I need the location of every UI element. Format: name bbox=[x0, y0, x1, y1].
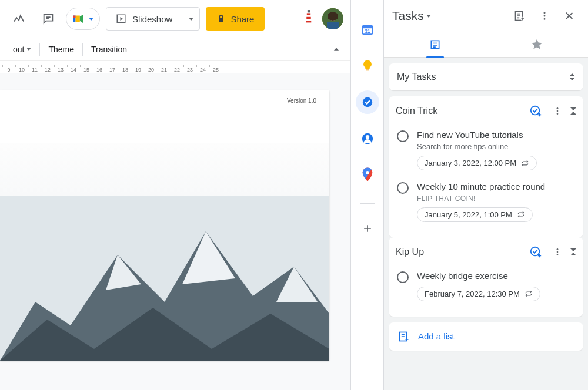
svg-rect-11 bbox=[308, 10, 310, 12]
tasks-panel: Tasks My Tasks Coin Trick Find new YouTu… bbox=[383, 0, 588, 390]
svg-point-33 bbox=[544, 18, 546, 20]
slideshow-button[interactable]: Slideshow bbox=[106, 8, 182, 30]
close-panel-icon[interactable] bbox=[559, 5, 580, 26]
mountain-image bbox=[0, 196, 329, 361]
calendar-rail-button[interactable]: 31 bbox=[356, 18, 379, 41]
repeat-icon bbox=[521, 159, 529, 167]
chevron-down-icon bbox=[426, 15, 431, 18]
collapse-list-icon[interactable] bbox=[570, 107, 576, 115]
contacts-rail-button[interactable] bbox=[356, 127, 379, 150]
list-more-icon[interactable] bbox=[549, 103, 566, 119]
comments-icon[interactable] bbox=[36, 7, 60, 31]
transition-menu[interactable]: Transition bbox=[85, 41, 133, 58]
task-checkbox[interactable] bbox=[397, 130, 409, 142]
svg-point-31 bbox=[544, 12, 546, 14]
add-addon-button[interactable] bbox=[356, 217, 379, 240]
tasks-title-dropdown[interactable]: Tasks bbox=[392, 9, 431, 23]
task-title: Weekly 10 minute practice round bbox=[417, 181, 575, 193]
svg-point-32 bbox=[544, 15, 546, 17]
svg-point-41 bbox=[557, 251, 559, 253]
theme-menu[interactable]: Theme bbox=[42, 41, 80, 58]
svg-marker-2 bbox=[80, 15, 83, 23]
slideshow-button-group: Slideshow bbox=[106, 7, 200, 31]
task-date-chip[interactable]: January 5, 2022, 1:00 PM bbox=[417, 207, 533, 222]
task-row[interactable]: Weekly bridge exerciseFebruary 7, 2022, … bbox=[396, 267, 576, 308]
task-checkbox[interactable] bbox=[397, 182, 409, 194]
meet-icon bbox=[72, 12, 85, 25]
my-tasks-label: My Tasks bbox=[397, 72, 436, 82]
svg-rect-22 bbox=[362, 26, 372, 29]
svg-rect-3 bbox=[74, 16, 76, 18]
lock-icon bbox=[216, 14, 226, 23]
task-checkbox[interactable] bbox=[397, 271, 409, 283]
format-menubar: out Theme Transition bbox=[0, 38, 350, 61]
svg-marker-5 bbox=[121, 17, 123, 21]
svg-point-39 bbox=[531, 247, 540, 255]
lighthouse-icon[interactable] bbox=[301, 9, 316, 28]
svg-rect-1 bbox=[76, 16, 80, 22]
my-tasks-card[interactable]: My Tasks bbox=[389, 63, 583, 90]
collapse-list-icon[interactable] bbox=[570, 248, 576, 255]
svg-point-42 bbox=[557, 254, 559, 255]
starred-view-tab[interactable] bbox=[486, 32, 589, 57]
add-task-icon[interactable] bbox=[527, 102, 544, 120]
svg-rect-6 bbox=[219, 18, 223, 22]
task-row[interactable]: Find new YouTube tutorialsSearch for mor… bbox=[396, 126, 576, 177]
add-task-icon[interactable] bbox=[527, 243, 544, 261]
task-title: Weekly bridge exercise bbox=[417, 270, 575, 282]
task-note: FLIP THAT COIN! bbox=[417, 194, 575, 203]
task-row[interactable]: Weekly 10 minute practice roundFLIP THAT… bbox=[396, 177, 576, 228]
svg-point-38 bbox=[557, 113, 559, 115]
present-icon bbox=[116, 14, 126, 24]
version-text: Version 1.0 bbox=[287, 98, 316, 104]
collapse-toolbar[interactable] bbox=[330, 43, 342, 55]
slides-app: Slideshow Share out Theme Transition 910… bbox=[0, 0, 350, 390]
repeat-icon bbox=[517, 210, 525, 218]
svg-rect-9 bbox=[306, 17, 310, 19]
keep-rail-button[interactable] bbox=[356, 54, 379, 78]
list-more-icon[interactable] bbox=[549, 244, 566, 260]
task-list-card: Coin Trick Find new YouTube tutorialsSea… bbox=[389, 96, 583, 237]
list-view-icon bbox=[429, 39, 441, 51]
panel-more-icon[interactable] bbox=[534, 5, 555, 26]
svg-point-35 bbox=[531, 106, 540, 115]
task-date-chip[interactable]: January 3, 2022, 12:00 PM bbox=[417, 156, 537, 170]
ruler: 910111213141516171819202122232425 bbox=[0, 61, 350, 73]
svg-text:31: 31 bbox=[365, 29, 370, 34]
svg-rect-24 bbox=[366, 69, 369, 70]
slide[interactable]: Version 1.0 bbox=[0, 90, 329, 361]
task-title: Find new YouTube tutorials bbox=[417, 129, 575, 141]
list-view-tab[interactable] bbox=[384, 32, 486, 57]
svg-point-40 bbox=[557, 248, 559, 250]
layout-menu[interactable]: out bbox=[7, 41, 37, 58]
tasks-rail-button[interactable] bbox=[356, 90, 379, 114]
task-detail: Search for more tips online bbox=[417, 142, 575, 151]
svg-rect-8 bbox=[307, 13, 310, 15]
sort-toggle[interactable] bbox=[569, 73, 575, 80]
add-list-button[interactable]: Add a list bbox=[389, 322, 583, 351]
svg-rect-10 bbox=[306, 21, 312, 22]
side-panel-rail: 31 bbox=[350, 0, 383, 390]
svg-point-27 bbox=[365, 135, 369, 139]
maps-rail-button[interactable] bbox=[356, 163, 379, 187]
slideshow-options[interactable] bbox=[182, 8, 199, 30]
svg-point-28 bbox=[366, 171, 369, 174]
meet-button[interactable] bbox=[66, 8, 100, 30]
activity-icon[interactable] bbox=[7, 7, 31, 31]
list-name: Kip Up bbox=[396, 247, 424, 257]
slide-canvas[interactable]: Version 1.0 bbox=[0, 73, 350, 390]
tasks-header: Tasks bbox=[384, 0, 588, 32]
view-tabs bbox=[384, 32, 588, 58]
add-list-label: Add a list bbox=[418, 331, 455, 341]
list-name: Coin Trick bbox=[396, 106, 437, 116]
top-toolbar: Slideshow Share bbox=[0, 0, 350, 38]
share-button[interactable]: Share bbox=[206, 7, 265, 31]
share-label: Share bbox=[230, 14, 254, 24]
task-list-card: Kip Up Weekly bridge exerciseFebruary 7,… bbox=[389, 237, 583, 317]
task-date-chip[interactable]: February 7, 2022, 12:30 PM bbox=[417, 287, 540, 301]
add-task-header-button[interactable] bbox=[509, 5, 530, 26]
add-list-icon bbox=[398, 331, 410, 342]
account-avatar[interactable] bbox=[322, 8, 343, 29]
svg-point-37 bbox=[557, 110, 559, 112]
repeat-icon bbox=[524, 290, 533, 298]
